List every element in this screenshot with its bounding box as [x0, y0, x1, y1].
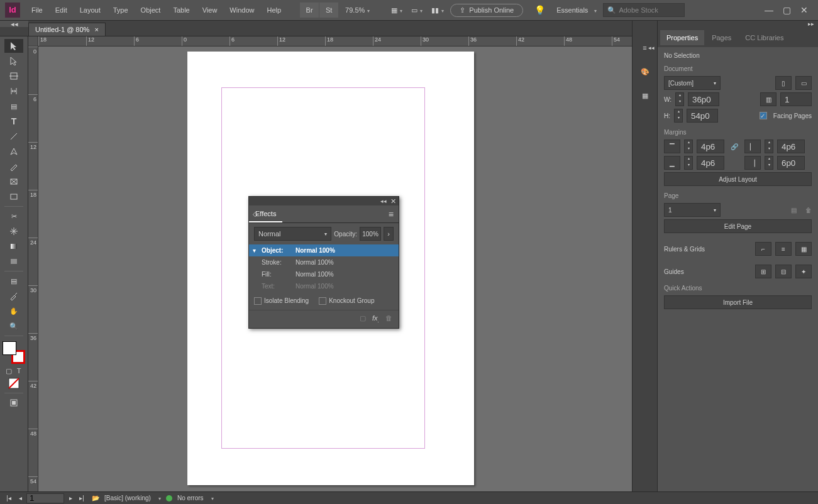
gradient-feather-tool[interactable] — [4, 255, 23, 268]
preflight-profile[interactable]: [Basic] (working) — [104, 495, 151, 501]
open-icon[interactable]: 📂 — [92, 495, 99, 501]
isolate-blending-checkbox[interactable]: Isolate Blending — [254, 297, 309, 305]
view-mode-icon[interactable] — [4, 396, 23, 410]
menu-view[interactable]: View — [196, 3, 224, 18]
pencil-tool[interactable] — [4, 160, 23, 173]
effects-row-stroke[interactable]: Stroke: Normal 100% — [249, 256, 399, 268]
menu-help[interactable]: Help — [260, 3, 287, 18]
margin-top-stepper[interactable]: ▴▾ — [684, 140, 693, 153]
last-page-button[interactable]: ▸| — [77, 493, 87, 503]
facing-pages-checkbox[interactable]: ✓Facing Pages — [760, 112, 812, 119]
page-preset-select[interactable]: [Custom]▾ — [664, 76, 721, 90]
free-transform-tool[interactable] — [4, 224, 23, 238]
formatting-text-icon[interactable]: T — [14, 366, 23, 375]
orientation-landscape[interactable]: ▭ — [795, 76, 812, 90]
page-number-input[interactable] — [26, 493, 64, 503]
link-margins-icon[interactable]: 🔗 — [731, 143, 738, 150]
width-input[interactable] — [688, 92, 719, 106]
panel-menu-icon[interactable]: ≡ — [384, 209, 399, 219]
height-stepper[interactable]: ▴▾ — [674, 109, 683, 123]
scissors-tool[interactable]: ✂ — [4, 209, 23, 223]
type-tool[interactable]: T — [4, 114, 23, 128]
menu-window[interactable]: Window — [223, 3, 260, 18]
effects-row-fill[interactable]: Fill: Normal 100% — [249, 268, 399, 280]
ruler-horizontal[interactable]: 18126061218243036424854 — [38, 36, 632, 47]
menu-layout[interactable]: Layout — [74, 3, 107, 18]
import-file-button[interactable]: Import File — [664, 295, 812, 309]
margin-right-input[interactable] — [777, 156, 805, 170]
note-tool[interactable]: ▤ — [4, 274, 23, 288]
menu-object[interactable]: Object — [135, 3, 167, 18]
delete-page-icon[interactable]: 🗑 — [805, 207, 812, 214]
panel-collapse-icon[interactable]: ◂◂ — [380, 198, 387, 204]
menu-file[interactable]: File — [25, 3, 49, 18]
bridge-icon[interactable]: Br — [300, 3, 319, 18]
height-input[interactable] — [687, 109, 718, 123]
pages-tab[interactable]: Pages — [705, 30, 738, 45]
tips-icon[interactable]: 💡 — [534, 5, 545, 15]
ruler-vertical[interactable]: 061218243036424854 — [28, 47, 38, 491]
page-tool[interactable] — [4, 69, 23, 83]
properties-tab[interactable]: Properties — [660, 30, 704, 45]
margin-left-input[interactable] — [777, 140, 805, 153]
page-select[interactable]: 1▾ — [664, 203, 721, 217]
ruler-origin[interactable] — [28, 36, 38, 47]
cc-libraries-tab[interactable]: CC Libraries — [739, 30, 790, 45]
next-page-button[interactable]: ▸ — [65, 493, 75, 503]
page-options-icon[interactable]: ▤ — [791, 207, 797, 214]
fx-link-icon[interactable]: ◇ — [253, 211, 258, 217]
hand-tool[interactable]: ✋ — [4, 304, 23, 318]
view-options-icon[interactable]: ▭ — [411, 6, 423, 14]
margin-top-input[interactable] — [697, 140, 724, 153]
minimize-button[interactable]: — — [763, 5, 775, 15]
margin-bottom-stepper[interactable]: ▴▾ — [684, 156, 693, 170]
adobe-stock-search[interactable]: 🔍 Adobe Stock — [603, 3, 685, 17]
menu-table[interactable]: Table — [167, 3, 196, 18]
opacity-arrow[interactable]: › — [384, 227, 394, 241]
rectangle-tool[interactable] — [4, 190, 23, 204]
panel-close-icon[interactable]: ✕ — [390, 197, 396, 205]
content-collector-tool[interactable]: ▤ — [4, 99, 23, 113]
trash-icon[interactable]: 🗑 — [385, 314, 392, 324]
stock-icon[interactable]: St — [319, 3, 338, 18]
apply-none-icon[interactable] — [4, 376, 23, 390]
zoom-tool[interactable]: 🔍 — [4, 319, 23, 333]
zoom-level[interactable]: 79.5% — [339, 6, 385, 14]
show-guides-icon[interactable]: ⊞ — [755, 265, 771, 278]
eyedropper-tool[interactable] — [4, 289, 23, 303]
selection-tool[interactable] — [4, 39, 23, 53]
pen-tool[interactable] — [4, 145, 23, 158]
menu-edit[interactable]: Edit — [49, 3, 74, 18]
fx-button-icon[interactable]: fx. — [372, 314, 379, 324]
rectangle-frame-tool[interactable] — [4, 175, 23, 189]
baseline-grid-icon[interactable]: ≡ — [775, 242, 792, 256]
gap-tool[interactable] — [4, 84, 23, 98]
edit-page-button[interactable]: Edit Page — [664, 219, 812, 233]
clear-effects-icon[interactable]: ▢ — [360, 314, 366, 324]
margin-bottom-input[interactable] — [697, 156, 724, 170]
knockout-group-checkbox[interactable]: Knockout Group — [319, 297, 374, 305]
arrange-icon[interactable]: ▮▮ — [431, 6, 444, 14]
margin-left-stepper[interactable]: ▴▾ — [765, 140, 773, 153]
line-tool[interactable] — [4, 129, 23, 143]
adjust-layout-button[interactable]: Adjust Layout — [664, 172, 812, 186]
direct-selection-tool[interactable] — [4, 54, 23, 68]
maximize-button[interactable]: ▢ — [780, 5, 793, 15]
workspace-switcher[interactable]: Essentials — [556, 6, 597, 14]
lock-guides-icon[interactable]: ⊟ — [775, 265, 792, 278]
preflight-errors[interactable]: No errors — [177, 495, 204, 501]
document-tab[interactable]: Untitled-1 @ 80% × — [28, 23, 106, 36]
close-tab-icon[interactable]: × — [94, 26, 98, 33]
color-icon[interactable]: 🎨 — [637, 63, 653, 80]
first-page-button[interactable]: |◂ — [4, 493, 14, 503]
menu-type[interactable]: Type — [107, 3, 135, 18]
document-grid-icon[interactable]: ▦ — [795, 242, 812, 256]
prev-page-button[interactable]: ◂ — [15, 493, 25, 503]
pages-input[interactable] — [780, 92, 812, 106]
gradient-swatch-tool[interactable] — [4, 239, 23, 253]
blend-mode-select[interactable]: Normal▾ — [254, 227, 331, 241]
close-button[interactable]: ✕ — [798, 5, 810, 15]
margin-right-stepper[interactable]: ▴▾ — [765, 156, 773, 170]
publish-online-button[interactable]: ⇪ Publish Online — [450, 4, 523, 17]
swatches-icon[interactable]: ▦ — [637, 87, 653, 104]
